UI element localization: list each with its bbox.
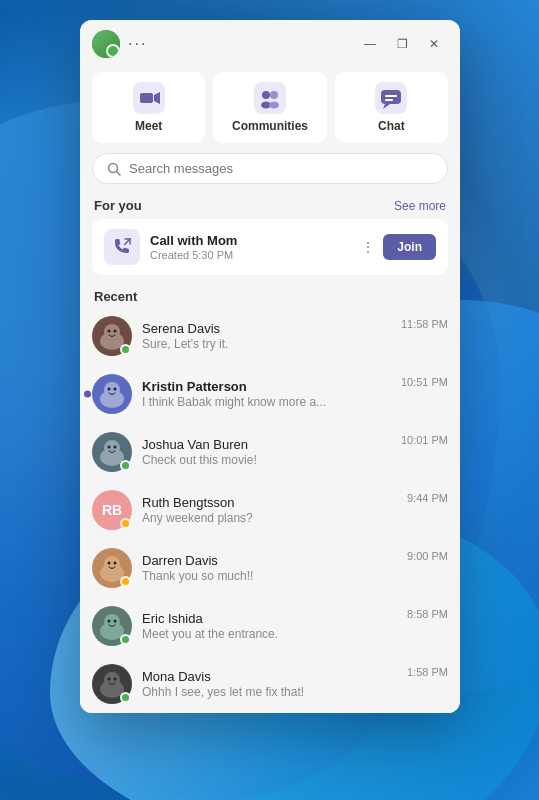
svg-point-26 (108, 388, 111, 391)
call-subtitle: Created 5:30 PM (150, 249, 351, 261)
communities-button[interactable]: Communities (213, 72, 326, 143)
svg-point-35 (104, 556, 120, 572)
svg-point-41 (108, 620, 111, 623)
call-icon (104, 229, 140, 265)
chat-time: 9:00 PM (407, 550, 448, 562)
svg-point-36 (108, 562, 111, 565)
svg-point-5 (270, 91, 278, 99)
restore-button[interactable]: ❐ (388, 34, 416, 54)
chat-preview: Sure, Let's try it. (142, 337, 393, 351)
chat-preview: I think Babak might know more a... (142, 395, 393, 409)
svg-rect-11 (385, 95, 397, 97)
search-icon (107, 162, 121, 176)
avatar-wrap (92, 548, 132, 588)
chat-content: Mona Davis Ohhh I see, yes let me fix th… (142, 669, 399, 699)
list-item[interactable]: Kristin Patterson I think Babak might kn… (80, 365, 460, 423)
chat-name: Ruth Bengtsson (142, 495, 399, 510)
avatar-wrap (92, 374, 132, 414)
avatar-wrap (92, 316, 132, 356)
svg-point-46 (108, 678, 111, 681)
svg-point-25 (104, 382, 120, 398)
recent-header: Recent (80, 283, 460, 307)
chat-name: Joshua Van Buren (142, 437, 393, 452)
status-indicator (120, 576, 131, 587)
svg-point-37 (114, 562, 117, 565)
list-item[interactable]: Serena Davis Sure, Let's try it. 11:58 P… (80, 307, 460, 365)
chat-label: Chat (378, 119, 405, 133)
teams-window: ··· — ❐ ✕ Meet (80, 20, 460, 713)
video-icon (133, 82, 165, 114)
status-indicator (120, 692, 131, 703)
join-button[interactable]: Join (383, 234, 436, 260)
status-indicator (120, 518, 131, 529)
chat-content: Eric Ishida Meet you at the entrance. (142, 611, 399, 641)
svg-point-22 (114, 330, 117, 333)
chat-preview: Meet you at the entrance. (142, 627, 399, 641)
call-actions: ⋮ Join (361, 234, 436, 260)
close-button[interactable]: ✕ (420, 34, 448, 54)
call-title: Call with Mom (150, 233, 351, 248)
list-item[interactable]: RB Ruth Bengtsson Any weekend plans? 9:4… (80, 481, 460, 539)
svg-point-21 (108, 330, 111, 333)
svg-point-47 (114, 678, 117, 681)
status-indicator (120, 460, 131, 471)
svg-point-4 (262, 91, 270, 99)
svg-point-32 (114, 446, 117, 449)
chat-list: Serena Davis Sure, Let's try it. 11:58 P… (80, 307, 460, 713)
chat-time: 8:58 PM (407, 608, 448, 620)
chat-button[interactable]: Chat (335, 72, 448, 143)
chat-time: 10:51 PM (401, 376, 448, 388)
search-input[interactable] (129, 161, 433, 176)
avatar-wrap (92, 606, 132, 646)
chat-content: Kristin Patterson I think Babak might kn… (142, 379, 393, 409)
svg-rect-1 (140, 93, 153, 103)
list-item[interactable]: Eric Ishida Meet you at the entrance. 8:… (80, 597, 460, 655)
svg-point-45 (104, 672, 120, 688)
svg-point-42 (114, 620, 117, 623)
title-bar: ··· — ❐ ✕ (80, 20, 460, 64)
svg-rect-3 (254, 82, 286, 114)
chat-name: Serena Davis (142, 321, 393, 336)
more-options-button[interactable]: ··· (128, 35, 147, 53)
chat-time: 9:44 PM (407, 492, 448, 504)
chat-time: 10:01 PM (401, 434, 448, 446)
call-info: Call with Mom Created 5:30 PM (150, 233, 351, 261)
avatar (92, 374, 132, 414)
search-bar[interactable] (92, 153, 448, 184)
chat-content: Darren Davis Thank you so much!! (142, 553, 399, 583)
for-you-header: For you See more (80, 190, 460, 217)
chat-preview: Thank you so much!! (142, 569, 399, 583)
quick-actions-bar: Meet Communities (80, 64, 460, 147)
chat-time: 11:58 PM (401, 318, 448, 330)
chat-preview: Ohhh I see, yes let me fix that! (142, 685, 399, 699)
list-item[interactable]: Mona Davis Ohhh I see, yes let me fix th… (80, 655, 460, 713)
see-more-button[interactable]: See more (394, 199, 446, 213)
recent-title: Recent (94, 289, 137, 304)
for-you-title: For you (94, 198, 142, 213)
minimize-button[interactable]: — (356, 34, 384, 54)
svg-point-7 (269, 102, 279, 109)
call-more-button[interactable]: ⋮ (361, 239, 375, 255)
meet-button[interactable]: Meet (92, 72, 205, 143)
title-bar-left: ··· (92, 30, 147, 58)
chat-content: Joshua Van Buren Check out this movie! (142, 437, 393, 467)
chat-content: Serena Davis Sure, Let's try it. (142, 321, 393, 351)
avatar-wrap (92, 432, 132, 472)
svg-point-30 (104, 440, 120, 456)
meet-label: Meet (135, 119, 162, 133)
chat-icon (375, 82, 407, 114)
status-indicator (120, 344, 131, 355)
chat-time: 1:58 PM (407, 666, 448, 678)
svg-point-27 (114, 388, 117, 391)
svg-line-14 (117, 171, 121, 175)
svg-point-40 (104, 614, 120, 630)
chat-name: Kristin Patterson (142, 379, 393, 394)
window-controls: — ❐ ✕ (356, 34, 448, 54)
communities-label: Communities (232, 119, 308, 133)
chat-content: Ruth Bengtsson Any weekend plans? (142, 495, 399, 525)
list-item[interactable]: Darren Davis Thank you so much!! 9:00 PM (80, 539, 460, 597)
call-card: Call with Mom Created 5:30 PM ⋮ Join (92, 219, 448, 275)
avatar-wrap: RB (92, 490, 132, 530)
unread-indicator (84, 391, 91, 398)
list-item[interactable]: Joshua Van Buren Check out this movie! 1… (80, 423, 460, 481)
